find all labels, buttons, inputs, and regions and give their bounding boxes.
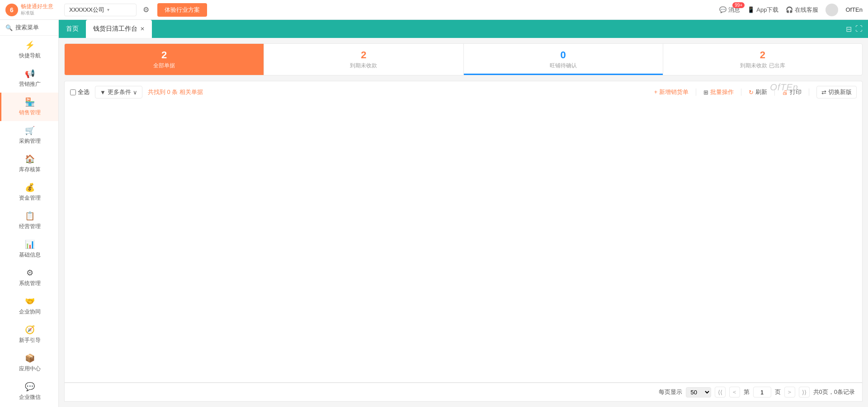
per-page-select[interactable]: 50 100 200 xyxy=(686,387,711,398)
purchase-icon: 🛒 xyxy=(25,126,35,136)
page-content: 2 全部单据 2 到期未收款 0 旺铺待确认 2 到期未收款 已出库 xyxy=(59,38,868,407)
toolbar: 全选 ▼ 更多条件 ∨ 共找到 0 条 相关单据 + 新增销货单 xyxy=(64,81,863,103)
stat-all-label: 全部单据 xyxy=(72,62,256,70)
stat-overdue-number: 2 xyxy=(271,49,456,61)
sidebar-item-operations[interactable]: 📋 经营管理 xyxy=(0,206,58,235)
stat-overdue-shipped-number: 2 xyxy=(670,49,855,61)
stat-overdue-shipped-label: 到期未收款 已出库 xyxy=(670,62,855,70)
add-sales-button[interactable]: + 新增销货单 xyxy=(654,88,689,96)
sidebar-item-wecom[interactable]: 💬 企业微信 xyxy=(0,377,58,406)
page-summary: 共0页，0条记录 xyxy=(813,388,855,396)
first-page-button[interactable]: ⟨⟨ xyxy=(715,387,726,398)
download-icon: 📱 xyxy=(747,6,755,13)
messages-button[interactable]: 💬 消息 99+ xyxy=(719,6,740,14)
tab-close-icon[interactable]: ✕ xyxy=(140,26,145,32)
sidebar-item-finance[interactable]: 💰 资金管理 xyxy=(0,178,58,206)
wecom-icon: 💬 xyxy=(25,382,35,392)
stat-all-number: 2 xyxy=(72,49,256,61)
base-info-icon: 📊 xyxy=(25,239,35,249)
sidebar-item-sales[interactable]: 🏪 销售管理 xyxy=(0,93,58,121)
refresh-icon: ↻ xyxy=(749,89,754,96)
tab-bar: 首页 钱货日清工作台 ✕ ⊟ ⛶ xyxy=(59,20,868,38)
stat-overdue-label: 到期未收款 xyxy=(271,62,456,70)
sidebar-item-inventory[interactable]: 🏠 库存核算 xyxy=(0,150,58,178)
stat-pending-number: 0 xyxy=(471,49,656,61)
sidebar-item-purchase[interactable]: 🛒 采购管理 xyxy=(0,121,58,150)
guide-icon: 🧭 xyxy=(25,325,35,335)
stat-tab-pending[interactable]: 0 旺铺待确认 xyxy=(464,44,663,75)
stat-tab-all[interactable]: 2 全部单据 xyxy=(65,44,264,75)
logo-badge: 标准版 xyxy=(21,10,53,16)
last-page-button[interactable]: ⟩⟩ xyxy=(799,387,810,398)
marketing-icon: 📢 xyxy=(25,69,35,79)
select-all-checkbox[interactable]: 全选 xyxy=(70,88,90,96)
refresh-button[interactable]: ↻ 刷新 xyxy=(749,88,767,96)
batch-ops-button[interactable]: ⊞ 批量操作 xyxy=(703,88,734,96)
sidebar: 🔍 搜索菜单 ⚡ 快捷导航 📢 营销推广 🏪 销售管理 🛒 采购管理 🏠 库存核… xyxy=(0,20,59,407)
switch-icon: ⇄ xyxy=(821,89,826,96)
print-button[interactable]: 🖨 打印 xyxy=(782,88,802,96)
print-icon: 🖨 xyxy=(782,89,788,96)
divider2 xyxy=(741,89,741,96)
company-name: XXXXXX公司 xyxy=(69,6,104,14)
trial-button[interactable]: 体验行业方案 xyxy=(157,3,207,17)
finance-icon: 💰 xyxy=(25,182,35,192)
search-menu-button[interactable]: 🔍 搜索菜单 xyxy=(0,20,58,36)
found-number: 0 xyxy=(167,89,170,95)
online-service-button[interactable]: 🎧 在线客服 xyxy=(786,6,818,14)
company-selector[interactable]: XXXXXX公司 ▾ xyxy=(64,4,137,16)
select-all-input[interactable] xyxy=(70,89,76,95)
system-icon: ⚙ xyxy=(26,268,33,278)
header-right: 💬 消息 99+ 📱 App下载 🎧 在线客服 OfTEn xyxy=(719,4,863,16)
more-conditions-button[interactable]: ▼ 更多条件 ∨ xyxy=(95,86,142,98)
quick-nav-icon: ⚡ xyxy=(25,40,35,50)
minimize-icon: ⊟ xyxy=(846,25,852,33)
sidebar-item-guide[interactable]: 🧭 新手引导 xyxy=(0,320,58,349)
filter-icon: ▼ xyxy=(100,89,106,96)
switch-version-button[interactable]: ⇄ 切换新版 xyxy=(816,86,857,98)
logo-icon: 6 xyxy=(5,4,18,16)
headset-icon: 🎧 xyxy=(786,6,793,13)
avatar[interactable] xyxy=(826,4,838,16)
stat-tab-overdue-shipped[interactable]: 2 到期未收款 已出库 xyxy=(663,44,862,75)
message-badge: 99+ xyxy=(732,2,745,8)
inventory-icon: 🏠 xyxy=(25,154,35,164)
enterprise-icon: 🤝 xyxy=(25,296,35,306)
sidebar-item-marketing[interactable]: 📢 营销推广 xyxy=(0,64,58,93)
toolbar-right: + 新增销货单 ⊞ 批量操作 ↻ 刷新 🖨 打印 xyxy=(654,86,857,98)
table-area xyxy=(64,103,863,383)
username-label: OfTEn xyxy=(845,6,863,13)
app-download-button[interactable]: 📱 App下载 xyxy=(747,6,778,14)
tab-home[interactable]: 首页 xyxy=(59,20,86,38)
tab-cash-daily[interactable]: 钱货日清工作台 ✕ xyxy=(86,20,152,38)
divider xyxy=(696,89,696,96)
stats-tabs: 2 全部单据 2 到期未收款 0 旺铺待确认 2 到期未收款 已出库 xyxy=(64,43,863,75)
chevron-down-icon: ▾ xyxy=(107,7,109,12)
sidebar-item-base-info[interactable]: 📊 基础信息 xyxy=(0,235,58,263)
tab-expand-button[interactable]: ⊟ ⛶ xyxy=(840,25,868,33)
pagination-bar: 每页显示 50 100 200 ⟨⟨ ＜ 第 页 ＞ ⟩⟩ 共0页，0条记录 xyxy=(64,383,863,402)
logo-text: 畅捷通好生意 xyxy=(21,3,53,10)
sidebar-item-system[interactable]: ⚙ 系统管理 xyxy=(0,263,58,292)
next-page-button[interactable]: ＞ xyxy=(784,387,795,398)
content-area: 首页 钱货日清工作台 ✕ ⊟ ⛶ 2 全部单据 2 到期未收款 xyxy=(59,20,868,407)
main-layout: 🔍 搜索菜单 ⚡ 快捷导航 📢 营销推广 🏪 销售管理 🛒 采购管理 🏠 库存核… xyxy=(0,20,868,407)
found-count-label: 共找到 0 条 相关单据 xyxy=(148,88,203,96)
settings-icon[interactable]: ⚙ xyxy=(139,3,153,17)
divider3 xyxy=(774,89,775,96)
expand-icon: ⛶ xyxy=(855,25,863,33)
page-input[interactable] xyxy=(753,387,771,398)
stat-tab-overdue[interactable]: 2 到期未收款 xyxy=(264,44,463,75)
sidebar-item-enterprise[interactable]: 🤝 企业协同 xyxy=(0,292,58,320)
operations-icon: 📋 xyxy=(25,211,35,221)
divider4 xyxy=(809,89,809,96)
sidebar-item-app-center[interactable]: 📦 应用中心 xyxy=(0,349,58,377)
prev-page-button[interactable]: ＜ xyxy=(729,387,740,398)
search-icon: 🔍 xyxy=(5,24,13,31)
stat-pending-label: 旺铺待确认 xyxy=(471,62,656,70)
sidebar-item-quick-nav[interactable]: ⚡ 快捷导航 xyxy=(0,36,58,64)
top-header: 6 畅捷通好生意 标准版 XXXXXX公司 ▾ ⚙ 体验行业方案 💬 消息 99… xyxy=(0,0,868,20)
batch-icon: ⊞ xyxy=(703,89,708,96)
sales-icon: 🏪 xyxy=(25,97,35,107)
message-icon: 💬 xyxy=(719,6,726,13)
